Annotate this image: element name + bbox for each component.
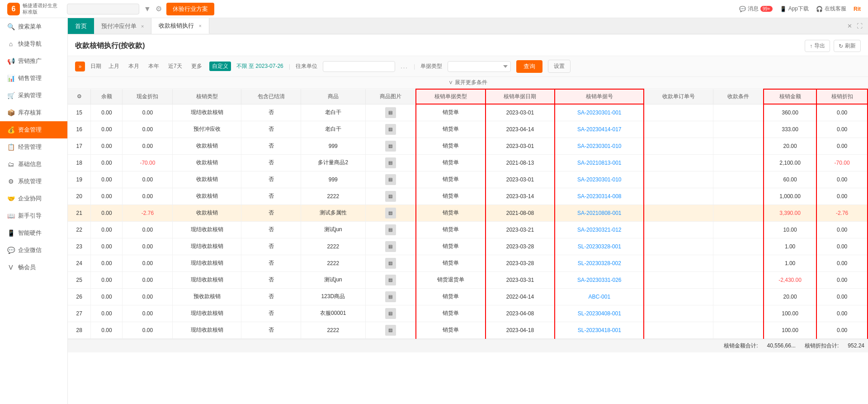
row-num: 26 bbox=[68, 288, 91, 305]
voucher-no-link[interactable]: SA-20210813-001 bbox=[577, 160, 621, 166]
app-download-link[interactable]: 📱 App下载 bbox=[780, 5, 809, 13]
voucher-no-link[interactable]: SL-20230328-002 bbox=[578, 260, 621, 266]
sidebar-item-finance[interactable]: 💰 资金管理 bbox=[0, 121, 67, 138]
row-voucher-type: 销货单 bbox=[416, 121, 486, 138]
message-area[interactable]: 💬 消息 99+ bbox=[739, 5, 773, 13]
row-num: 23 bbox=[68, 238, 91, 255]
filter-separator-2: | bbox=[414, 63, 415, 70]
sidebar-item-label: 企业协同 bbox=[18, 195, 42, 203]
row-amount: 1,000.00 bbox=[764, 188, 816, 204]
row-voucher-no: SA-20230414-017 bbox=[555, 121, 644, 138]
row-balance: 0.00 bbox=[91, 188, 123, 204]
row-voucher-no: SL-20230328-002 bbox=[555, 255, 644, 271]
sidebar-item-hardware[interactable]: 📱 智能硬件 bbox=[0, 224, 67, 242]
voucher-no-link[interactable]: SA-20230314-008 bbox=[577, 193, 621, 200]
sidebar-item-wechat[interactable]: 💬 企业微信 bbox=[0, 242, 67, 259]
date-this-month[interactable]: 本月 bbox=[127, 62, 141, 71]
sidebar-item-guide[interactable]: 📖 新手引导 bbox=[0, 207, 67, 224]
row-settled: 否 bbox=[241, 322, 301, 338]
date-7days[interactable]: 近7天 bbox=[166, 62, 184, 71]
online-service-link[interactable]: 🎧 在线客服 bbox=[816, 5, 846, 13]
dropdown-icon[interactable]: ▼ bbox=[144, 5, 151, 13]
voucher-no-link[interactable]: SL-20230418-001 bbox=[578, 327, 621, 333]
voucher-no-link[interactable]: SA-20230301-010 bbox=[577, 176, 621, 183]
row-amount: 60.00 bbox=[764, 171, 816, 188]
date-last-month[interactable]: 上月 bbox=[107, 62, 121, 71]
sidebar-item-marketing[interactable]: 📢 营销推广 bbox=[0, 52, 67, 70]
sidebar-item-collab[interactable]: 🤝 企业协同 bbox=[0, 190, 67, 207]
row-type: 收款核销 bbox=[173, 171, 241, 188]
tab-close-all-icon[interactable]: ✕ bbox=[845, 21, 854, 31]
goods-img-cell: ▤ bbox=[365, 288, 416, 305]
row-goods: 测试多属性 bbox=[301, 204, 365, 221]
row-payment-cond bbox=[713, 305, 764, 322]
tab-write-off[interactable]: 收款核销执行 × bbox=[151, 18, 209, 34]
search-input[interactable] bbox=[67, 4, 139, 14]
row-discount: -70.00 bbox=[123, 154, 173, 171]
tab-prepay-close[interactable]: × bbox=[141, 24, 144, 29]
query-button[interactable]: 查询 bbox=[516, 60, 542, 73]
row-voucher-no: SA-20230314-008 bbox=[555, 188, 644, 204]
voucher-no-link[interactable]: SA-20210808-001 bbox=[577, 210, 621, 216]
row-order-no bbox=[644, 188, 713, 204]
date-this-year[interactable]: 本年 bbox=[146, 62, 161, 71]
partner-input[interactable] bbox=[323, 61, 395, 72]
row-write-off-discount: 0.00 bbox=[816, 288, 868, 305]
export-icon: ↑ bbox=[810, 43, 812, 49]
voucher-type-select[interactable] bbox=[448, 61, 511, 72]
expand-more-bar[interactable]: ∨ 展开更多条件 bbox=[68, 77, 868, 89]
tab-write-off-close[interactable]: × bbox=[198, 23, 201, 29]
sidebar-item-member[interactable]: V 畅会员 bbox=[0, 259, 67, 276]
sidebar-item-label: 资金管理 bbox=[18, 126, 42, 134]
row-write-off-discount: 0.00 bbox=[816, 171, 868, 188]
sidebar-item-sales[interactable]: 📊 销售管理 bbox=[0, 70, 67, 87]
voucher-no-link[interactable]: SL-20230328-001 bbox=[578, 243, 621, 250]
row-goods: 999 bbox=[301, 138, 365, 154]
row-type: 现结收款核销 bbox=[173, 271, 241, 288]
table-row: 23 0.00 0.00 现结收款核销 否 2222 ▤ 销货单 2023-03… bbox=[68, 238, 868, 255]
row-order-no bbox=[644, 221, 713, 238]
page-actions: ↑ 导出 ↻ 刷新 bbox=[805, 40, 861, 52]
industry-solution-button[interactable]: 休验行业方案 bbox=[166, 3, 214, 15]
row-type: 预付冲应收 bbox=[173, 121, 241, 138]
export-button[interactable]: ↑ 导出 bbox=[805, 40, 830, 52]
tab-prepay[interactable]: 预付冲应付单 × bbox=[94, 18, 151, 34]
row-goods: 123D商品 bbox=[301, 288, 365, 305]
sidebar-item-operation[interactable]: 📋 经营管理 bbox=[0, 138, 67, 156]
col-write-off-discount: 核销折扣 bbox=[816, 89, 868, 104]
voucher-no-link[interactable]: SA-20230321-012 bbox=[577, 227, 621, 233]
sidebar-item-label: 库存核算 bbox=[18, 109, 42, 117]
col-voucher-no: 核销单据号 bbox=[555, 89, 644, 104]
filter-expand-arrow[interactable]: » bbox=[75, 62, 85, 71]
home-icon: ⌂ bbox=[7, 40, 14, 48]
row-order-no bbox=[644, 204, 713, 221]
col-cash-discount: 现金折扣 bbox=[123, 89, 173, 104]
row-voucher-type: 销货单 bbox=[416, 138, 486, 154]
row-num: 28 bbox=[68, 322, 91, 338]
sidebar-item-purchase[interactable]: 🛒 采购管理 bbox=[0, 87, 67, 104]
hardware-icon: 📱 bbox=[7, 229, 14, 237]
col-settings[interactable]: ⚙ bbox=[68, 89, 91, 104]
voucher-no-link[interactable]: ABC-001 bbox=[588, 294, 610, 300]
sidebar-item-nav[interactable]: ⌂ 快捷导航 bbox=[0, 35, 67, 52]
goods-img-cell: ▤ bbox=[365, 138, 416, 154]
voucher-no-link[interactable]: SA-20230301-010 bbox=[577, 143, 621, 149]
date-more[interactable]: 更多 bbox=[189, 62, 204, 71]
setting-button[interactable]: 设置 bbox=[548, 60, 571, 73]
sidebar-item-inventory[interactable]: 📦 库存核算 bbox=[0, 104, 67, 121]
settings-icon[interactable]: ⚙ bbox=[156, 5, 162, 13]
date-custom[interactable]: 自定义 bbox=[209, 62, 231, 71]
row-num: 15 bbox=[68, 104, 91, 121]
tab-expand-icon[interactable]: ⛶ bbox=[855, 21, 864, 31]
voucher-no-link[interactable]: SA-20230331-026 bbox=[577, 277, 621, 283]
sidebar-item-system[interactable]: ⚙ 系统管理 bbox=[0, 173, 67, 190]
refresh-button[interactable]: ↻ 刷新 bbox=[834, 40, 861, 52]
voucher-no-link[interactable]: SL-20230408-001 bbox=[578, 310, 621, 317]
sidebar-item-search[interactable]: 🔍 搜索菜单 bbox=[0, 18, 67, 35]
partner-dots[interactable]: ... bbox=[401, 63, 408, 70]
voucher-no-link[interactable]: SA-20230414-017 bbox=[577, 126, 621, 133]
voucher-no-link[interactable]: SA-20230301-001 bbox=[577, 109, 621, 116]
row-payment-cond bbox=[713, 322, 764, 338]
tab-home[interactable]: 首页 bbox=[68, 18, 94, 34]
sidebar-item-basic[interactable]: 🗂 基础信息 bbox=[0, 156, 67, 173]
